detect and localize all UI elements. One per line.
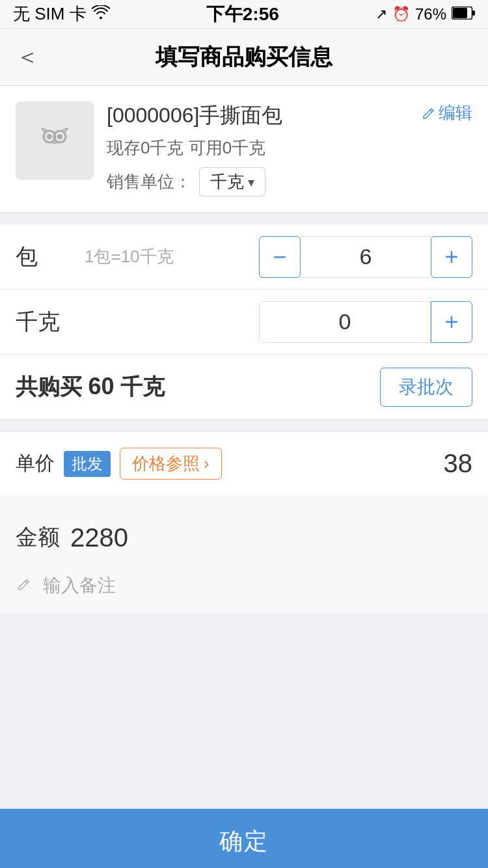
amount-label: 金额 [16,522,60,552]
price-type-tag: 批发 [64,451,111,477]
product-info: [0000006]手撕面包 编辑 现存0千克 可用0千克 销售单位： 千克 ▾ [107,102,472,197]
kg-plus-button[interactable]: + [431,301,472,343]
bao-input-row: 包 1包=10千克 − + [0,224,488,290]
remark-placeholder[interactable]: 输入备注 [43,573,116,598]
batch-button[interactable]: 录批次 [380,368,472,407]
page-title: 填写商品购买信息 [156,42,332,72]
total-prefix: 共购买 [16,374,82,399]
remark-row: 输入备注 [16,564,472,614]
svg-point-5 [47,134,52,139]
amount-section: 金额 2280 输入备注 [0,495,488,614]
total-amount: 60 [88,373,114,400]
kg-label: 千克 [16,307,74,337]
product-card: [0000006]手撕面包 编辑 现存0千克 可用0千克 销售单位： 千克 ▾ [0,86,488,213]
price-ref-chevron: › [204,454,210,474]
svg-point-6 [57,134,62,139]
input-section: 包 1包=10千克 − + 千克 + 共购买 60 千克 录批次 [0,224,488,420]
kg-input-row: 千克 + [0,290,488,355]
kg-quantity-input[interactable] [259,301,431,343]
empty-space [0,614,488,809]
total-text: 共购买 60 千克 [16,372,380,402]
no-sim-text: 无 SIM 卡 [13,3,87,25]
bao-plus-button[interactable]: + [431,236,472,278]
price-ref-label: 价格参照 [132,452,200,475]
status-left: 无 SIM 卡 [13,3,110,25]
amount-value: 2280 [70,523,128,552]
svg-rect-1 [453,8,467,18]
total-row: 共购买 60 千克 录批次 [0,355,488,420]
unit-row-label: 销售单位： [107,170,191,193]
product-unit-row: 销售单位： 千克 ▾ [107,167,472,197]
battery-text: 76% [415,5,446,23]
status-bar: 无 SIM 卡 下午2:56 ↗ ⏰ 76% [0,0,488,29]
product-image [16,102,94,180]
kg-qty-controls: + [259,301,472,343]
amount-row: 金额 2280 [16,511,472,564]
location-icon: ↗ [375,6,387,23]
bao-quantity-input[interactable] [301,236,431,278]
battery-icon [452,5,475,23]
edit-button[interactable]: 编辑 [422,102,472,124]
bao-hint: 1包=10千克 [85,245,259,268]
nav-bar: ＜ 填写商品购买信息 [0,29,488,86]
price-reference-button[interactable]: 价格参照 › [120,448,222,480]
svg-rect-2 [472,10,475,16]
total-unit: 千克 [120,374,165,399]
status-right: ↗ ⏰ 76% [375,5,475,23]
section-divider-2 [0,420,488,431]
product-stock: 现存0千克 可用0千克 [107,137,472,159]
confirm-button[interactable]: 确定 [0,809,488,868]
price-section: 单价 批发 价格参照 › 38 [0,431,488,495]
unit-select[interactable]: 千克 ▾ [199,167,265,197]
wifi-icon [92,4,110,24]
product-logo [35,118,74,163]
price-label: 单价 [16,450,55,477]
back-button[interactable]: ＜ [16,41,39,73]
product-name: [0000006]手撕面包 [107,102,422,130]
chevron-down-icon: ▾ [248,174,254,190]
pencil-icon [16,575,34,597]
section-divider-1 [0,213,488,224]
alarm-icon: ⏰ [392,6,410,23]
status-time: 下午2:56 [206,2,279,27]
bao-label: 包 [16,242,74,272]
edit-label: 编辑 [439,102,472,124]
unit-value: 千克 [210,170,244,193]
bao-qty-controls: − + [259,236,472,278]
price-value: 38 [444,449,473,478]
bao-minus-button[interactable]: − [259,236,301,278]
